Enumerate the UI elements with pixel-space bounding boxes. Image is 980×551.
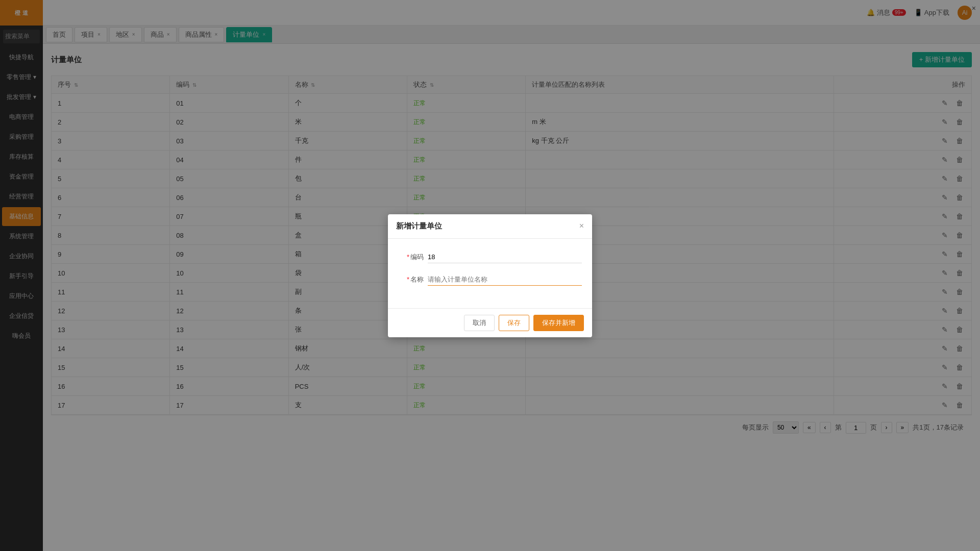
code-label: *编码: [398, 253, 424, 262]
modal-overlay: 新增计量单位 × *编码 *名称 取消 保存 保存并新增: [0, 0, 980, 551]
code-form-item: *编码: [398, 251, 582, 263]
name-required-marker: *: [407, 276, 409, 283]
name-form-item: *名称: [398, 273, 582, 286]
save-button[interactable]: 保存: [499, 315, 529, 331]
name-input[interactable]: [428, 273, 582, 286]
cancel-button[interactable]: 取消: [464, 315, 495, 331]
code-input[interactable]: [428, 251, 582, 263]
modal-body: *编码 *名称: [388, 239, 592, 308]
save-and-new-button[interactable]: 保存并新增: [533, 315, 584, 331]
modal-title: 新增计量单位: [396, 221, 442, 231]
modal-close-button[interactable]: ×: [579, 221, 584, 231]
modal-footer: 取消 保存 保存并新增: [388, 308, 592, 337]
name-label: *名称: [398, 275, 424, 284]
add-unit-modal: 新增计量单位 × *编码 *名称 取消 保存 保存并新增: [388, 214, 592, 337]
code-required-marker: *: [407, 253, 409, 261]
modal-header: 新增计量单位 ×: [388, 214, 592, 239]
